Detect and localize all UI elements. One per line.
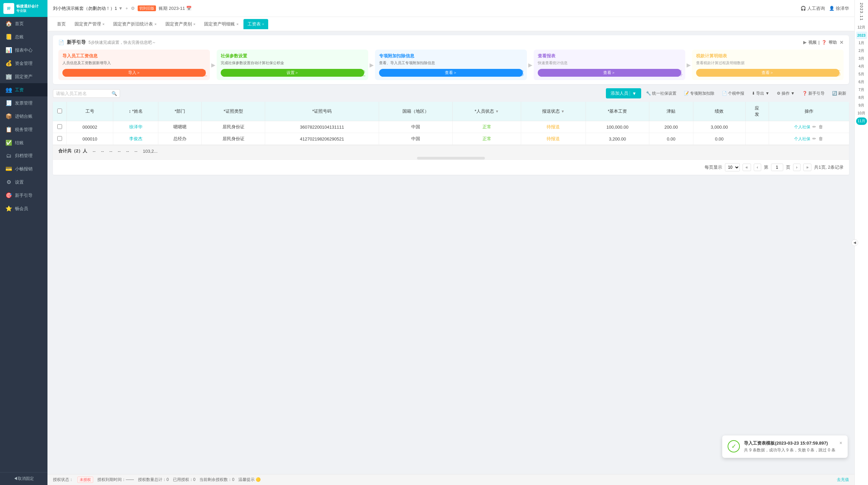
toast-notification: ✓ 导入工资表模板(2023-03-23 15:07:59.897) 共 9 条… bbox=[722, 435, 848, 458]
sidebar-label-member: 畅会员 bbox=[15, 206, 28, 212]
sidebar-item-funds[interactable]: 💰资金管理 bbox=[0, 57, 47, 70]
operation-dropdown-icon[interactable]: ▼ bbox=[791, 91, 795, 96]
sidebar-item-settings[interactable]: ⚙设置 bbox=[0, 175, 47, 189]
row-checkbox-0[interactable] bbox=[57, 124, 62, 129]
sidebar-item-payroll[interactable]: 👥工资 bbox=[0, 83, 47, 96]
calendar-month-4[interactable]: 4月 bbox=[856, 63, 867, 70]
calendar-icon[interactable]: 📅 bbox=[186, 6, 192, 11]
delete-icon-0[interactable]: 🗑 bbox=[818, 124, 823, 129]
settings-icon[interactable]: ⚙ bbox=[131, 6, 135, 11]
prev-page-btn[interactable]: ‹ bbox=[754, 164, 761, 171]
calendar-month-8[interactable]: 8月 bbox=[856, 94, 867, 101]
step-btn-1[interactable]: 导入＞ bbox=[62, 69, 206, 77]
tax-report-btn[interactable]: 📄 个税申报 bbox=[719, 89, 747, 98]
tab-固定资产折旧统计表[interactable]: 固定资产折旧统计表× bbox=[109, 19, 160, 29]
add-person-button[interactable]: 添加人员 ▼ bbox=[606, 88, 641, 98]
calendar-month-5[interactable]: 5月 bbox=[856, 71, 867, 78]
tab-close-btn[interactable]: × bbox=[236, 22, 238, 26]
next-page-btn[interactable]: › bbox=[793, 164, 801, 171]
sidebar-item-inventory[interactable]: 📦进销台账 bbox=[0, 110, 47, 123]
row-checkbox-1[interactable] bbox=[57, 136, 62, 141]
sidebar-item-member[interactable]: ⭐畅会员 bbox=[0, 202, 47, 215]
refresh-btn[interactable]: 🔄 刷新 bbox=[829, 89, 849, 98]
sidebar-item-ledger[interactable]: 📒总账 bbox=[0, 30, 47, 43]
tab-close-btn[interactable]: × bbox=[193, 22, 195, 26]
col-id-number: *证照号码 bbox=[265, 102, 379, 121]
tab-close-btn[interactable]: × bbox=[154, 22, 156, 26]
panel-collapse-btn[interactable]: ◀ bbox=[851, 239, 858, 246]
name-link-0[interactable]: 徐泽华 bbox=[129, 124, 142, 129]
sidebar-item-tax[interactable]: 📋税务管理 bbox=[0, 123, 47, 136]
sidebar-item-home[interactable]: 🏠首页 bbox=[0, 17, 47, 30]
tab-工资表[interactable]: 工资表× bbox=[243, 19, 268, 29]
calendar-month-9[interactable]: 9月 bbox=[856, 102, 867, 109]
first-page-btn[interactable]: « bbox=[743, 164, 751, 171]
support-link[interactable]: 🎧 人工咨询 bbox=[801, 5, 825, 12]
last-page-btn[interactable]: » bbox=[803, 164, 812, 171]
chevron-down-icon[interactable]: ▼ bbox=[118, 6, 123, 11]
per-page-select[interactable]: 10 20 50 bbox=[725, 163, 740, 171]
export-dropdown-icon[interactable]: ▼ bbox=[765, 91, 769, 96]
calendar-month-10[interactable]: 10月 bbox=[856, 110, 867, 117]
calendar-month-7[interactable]: 7月 bbox=[856, 86, 867, 94]
delete-icon-1[interactable]: 🗑 bbox=[818, 136, 823, 141]
sidebar-item-reports[interactable]: 📊报表中心 bbox=[0, 43, 47, 57]
operation-btn[interactable]: ⚙ 操作 ▼ bbox=[774, 89, 797, 98]
step-title-4: 查看报表 bbox=[538, 53, 681, 59]
tab-固定资产明细账[interactable]: 固定资产明细账× bbox=[200, 19, 242, 29]
tab-首页[interactable]: 首页 bbox=[53, 19, 70, 29]
tab-close-btn[interactable]: × bbox=[262, 22, 264, 26]
calendar-month-12[interactable]: 12月 bbox=[856, 24, 867, 31]
horizontal-scrollbar[interactable] bbox=[53, 157, 849, 160]
calendar-month-3[interactable]: 3月 bbox=[856, 55, 867, 62]
sidebar-item-invoice[interactable]: 🧾发票管理 bbox=[0, 96, 47, 110]
tab-固定资产管理[interactable]: 固定资产管理× bbox=[71, 19, 108, 29]
name-link-1[interactable]: 李俊杰 bbox=[129, 136, 142, 141]
tab-close-btn[interactable]: × bbox=[102, 22, 104, 26]
step-btn-4[interactable]: 查看＞ bbox=[538, 69, 681, 77]
user-menu[interactable]: 👤 徐泽华 bbox=[829, 5, 849, 12]
wizard-close-btn[interactable]: ✕ bbox=[840, 40, 844, 45]
calendar-month-2[interactable]: 2月 bbox=[856, 47, 867, 55]
step-num-3: 3 bbox=[519, 68, 524, 79]
edit-icon-1[interactable]: ✏ bbox=[812, 136, 816, 141]
toast-close-btn[interactable]: × bbox=[840, 440, 842, 446]
social-insurance-btn[interactable]: 🔧 统一社保设置 bbox=[643, 89, 679, 98]
search-icon[interactable]: 🔍 bbox=[112, 91, 117, 96]
select-all-checkbox[interactable] bbox=[57, 109, 62, 113]
sidebar-collapse[interactable]: ◀取消固定 bbox=[0, 472, 47, 485]
deduction-btn[interactable]: 📝 专项附加扣除 bbox=[681, 89, 717, 98]
calendar-month-1[interactable]: 1月 bbox=[856, 39, 867, 47]
sidebar-item-close[interactable]: ✅结账 bbox=[0, 136, 47, 149]
calendar-month-active[interactable]: 11月 bbox=[856, 117, 867, 125]
add-account-icon[interactable]: + bbox=[125, 6, 128, 11]
version-badge[interactable]: 切到旧版 bbox=[138, 5, 156, 11]
step-btn-3[interactable]: 查看＞ bbox=[379, 69, 522, 77]
calendar-month-6[interactable]: 6月 bbox=[856, 78, 867, 86]
help-link[interactable]: 帮助 bbox=[829, 40, 837, 45]
sidebar-item-guide[interactable]: 🎯新手引导 bbox=[0, 189, 47, 202]
page-input[interactable] bbox=[771, 164, 783, 171]
sidebar-label-close: 结账 bbox=[15, 140, 24, 146]
total-records: 共1页, 2条记录 bbox=[814, 164, 844, 170]
settings-icon: ⚙ bbox=[5, 179, 12, 185]
edit-icon-0[interactable]: ✏ bbox=[812, 124, 816, 129]
cell-idnum-0: 360782200104131111 bbox=[265, 121, 379, 133]
step-btn-2[interactable]: 设置＞ bbox=[221, 69, 364, 77]
sidebar-item-fixed-assets[interactable]: 🏢固定资产 bbox=[0, 70, 47, 83]
account-selector[interactable]: 刘小艳演示账套（勿删勿动！）1 ▼ bbox=[53, 5, 123, 12]
step-btn-5[interactable]: 查看＞ bbox=[696, 69, 840, 77]
export-btn[interactable]: ⬇ 导出 ▼ bbox=[749, 89, 772, 98]
sidebar-item-expense[interactable]: 💳小畅报销 bbox=[0, 162, 47, 175]
action-social-0[interactable]: 个人社保 bbox=[794, 125, 810, 129]
wizard-video-links: ▶ 视频 | ❓ 帮助 bbox=[803, 40, 837, 45]
video-link[interactable]: 视频 bbox=[808, 40, 816, 45]
guide-btn[interactable]: ❓ 新手引导 bbox=[800, 89, 827, 98]
action-social-1[interactable]: 个人社保 bbox=[794, 136, 810, 141]
search-input[interactable] bbox=[56, 91, 110, 96]
tab-固定资产类别[interactable]: 固定资产类别× bbox=[161, 19, 199, 29]
recharge-link[interactable]: 去充值 bbox=[837, 477, 849, 483]
add-btn-dropdown[interactable]: ▼ bbox=[630, 91, 636, 96]
sidebar-item-archive[interactable]: 🗂归档管理 bbox=[0, 149, 47, 162]
period-value[interactable]: 2023-11 bbox=[169, 6, 185, 11]
